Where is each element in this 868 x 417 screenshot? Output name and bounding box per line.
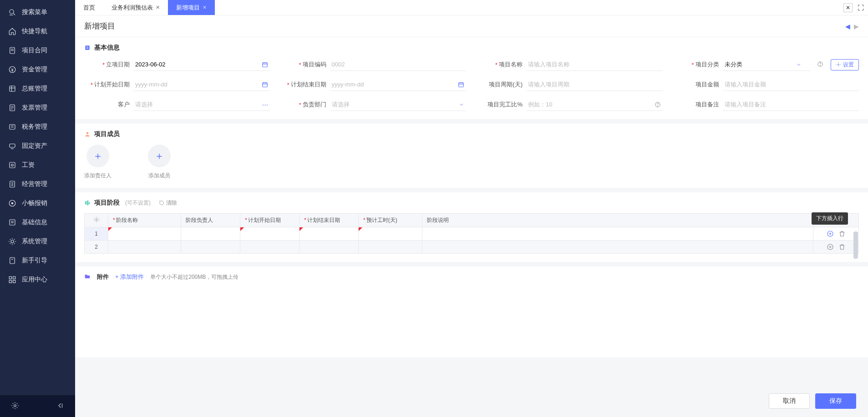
sidebar-item-tax[interactable]: 税务管理 — [0, 117, 75, 136]
panel-basic: 基本信息 *立项日期 *项目编码 *项目名称 — [75, 37, 868, 119]
svg-point-0 — [10, 10, 14, 14]
cell-end[interactable] — [299, 241, 359, 254]
guide-icon — [8, 256, 16, 265]
sidebar-item-contract[interactable]: 项目合同 — [0, 41, 75, 60]
sidebar-item-search[interactable]: 搜索菜单 — [0, 3, 75, 22]
add-attachment-link[interactable]: + 添加附件 — [115, 273, 144, 281]
collapse-icon[interactable] — [56, 402, 64, 411]
sidebar-item-apps[interactable]: 应用中心 — [0, 270, 75, 289]
sidebar-item-baseinfo[interactable]: 基础信息 — [0, 213, 75, 232]
cell-start[interactable] — [240, 227, 299, 241]
next-arrow-icon[interactable]: ▶ — [854, 23, 859, 30]
calendar-icon[interactable] — [458, 81, 464, 88]
ledger-icon — [8, 85, 16, 93]
dept-select[interactable]: 请选择 — [330, 98, 467, 111]
amount-input[interactable] — [723, 78, 859, 91]
help-icon[interactable] — [817, 61, 823, 69]
table-row[interactable]: 1 — [85, 227, 859, 241]
plan-start-input[interactable] — [133, 78, 270, 91]
svg-rect-55 — [89, 202, 90, 204]
cell-name[interactable] — [108, 241, 181, 254]
cell-owner[interactable] — [181, 227, 240, 241]
field-label: 项目编码 — [303, 60, 326, 69]
period-input[interactable] — [526, 78, 663, 91]
sidebar-item-label: 项目合同 — [22, 46, 47, 55]
svg-rect-27 — [13, 276, 15, 279]
tab-close-all[interactable]: ✕ — [843, 3, 853, 12]
cell-hours[interactable] — [359, 227, 422, 241]
biz-icon — [8, 180, 16, 188]
add-owner-button[interactable]: ＋ — [86, 145, 109, 167]
add-member-button[interactable]: ＋ — [148, 145, 171, 167]
cell-desc[interactable] — [422, 241, 813, 254]
stage-icon — [84, 200, 91, 206]
delete-row-icon[interactable] — [838, 230, 846, 237]
invoice-icon — [8, 104, 16, 112]
main: 首页 业务利润预估表✕ 新增项目✕ ✕ ⛶ 新增项目 ◀ ▶ — [75, 0, 868, 417]
calendar-icon[interactable] — [262, 61, 268, 68]
expand-icon[interactable]: ⛶ — [856, 3, 865, 12]
section-title: 项目成员 — [94, 130, 120, 138]
svg-point-51 — [657, 106, 658, 106]
field-plan-end: *计划结束日期 — [281, 78, 467, 91]
plan-end-input[interactable] — [330, 78, 467, 91]
sidebar-item-biz[interactable]: 经营管理 — [0, 175, 75, 194]
tab-new-project[interactable]: 新增项目✕ — [168, 0, 215, 15]
sidebar-item-funds[interactable]: 资金管理 — [0, 60, 75, 79]
sidebar-item-reimburse[interactable]: 小畅报销 — [0, 194, 75, 213]
svg-point-52 — [86, 132, 89, 134]
close-icon[interactable]: ✕ — [203, 5, 207, 10]
save-button[interactable]: 保存 — [815, 393, 856, 409]
insert-row-icon[interactable] — [827, 230, 834, 237]
reimburse-icon — [8, 199, 16, 207]
scrollbar[interactable] — [853, 231, 858, 259]
setting-button[interactable]: 设置 — [831, 59, 859, 70]
field-category: *项目分类 未分类 设置 — [674, 58, 859, 71]
sidebar-item-label: 固定资产 — [22, 142, 47, 150]
cell-name[interactable] — [108, 227, 181, 241]
cell-end[interactable] — [299, 227, 359, 241]
code-input[interactable] — [330, 58, 467, 71]
field-period: 项目周期(天) — [477, 78, 663, 91]
sidebar-item-guide[interactable]: 新手引导 — [0, 251, 75, 270]
chevron-down-icon[interactable] — [796, 62, 802, 67]
gear-icon[interactable] — [11, 402, 19, 411]
field-remark: 项目备注 — [674, 98, 859, 111]
insert-row-icon[interactable] — [827, 243, 834, 251]
sidebar-item-ledger[interactable]: 总账管理 — [0, 79, 75, 98]
asset-icon — [8, 142, 16, 150]
sidebar-item-label: 新手引导 — [22, 256, 47, 265]
col-setting[interactable] — [85, 214, 108, 227]
person-icon — [84, 131, 91, 137]
sidebar-item-label: 搜索菜单 — [22, 8, 47, 16]
name-input[interactable] — [526, 58, 663, 71]
cell-owner[interactable] — [181, 241, 240, 254]
sidebar-item-assets[interactable]: 固定资产 — [0, 136, 75, 156]
complete-pct-input[interactable] — [526, 98, 663, 111]
remark-input[interactable] — [723, 98, 859, 111]
delete-row-icon[interactable] — [838, 243, 846, 251]
sidebar-item-invoice[interactable]: 发票管理 — [0, 98, 75, 117]
customer-select[interactable]: 请选择 — [133, 98, 270, 111]
svg-point-30 — [14, 404, 16, 407]
chevron-down-icon[interactable] — [459, 102, 464, 107]
clear-button[interactable]: 清除 — [159, 199, 177, 207]
tab-profit-est[interactable]: 业务利润预估表✕ — [103, 0, 168, 15]
cancel-button[interactable]: 取消 — [769, 393, 810, 409]
cell-start[interactable] — [240, 241, 299, 254]
tab-home[interactable]: 首页 — [75, 0, 103, 15]
calendar-icon[interactable] — [262, 81, 268, 88]
sidebar-item-quicknav[interactable]: 快捷导航 — [0, 22, 75, 41]
more-icon[interactable]: ⋯ — [262, 101, 268, 108]
sidebar-item-wage[interactable]: 工资 — [0, 156, 75, 175]
close-icon[interactable]: ✕ — [156, 5, 160, 10]
col-hours: *预计工时(天) — [359, 214, 422, 227]
cell-desc[interactable] — [422, 227, 813, 241]
table-row[interactable]: 2 — [85, 241, 859, 254]
help-icon[interactable] — [655, 101, 661, 108]
create-date-input[interactable] — [133, 58, 270, 71]
sidebar-item-system[interactable]: 系统管理 — [0, 232, 75, 251]
prev-arrow-icon[interactable]: ◀ — [845, 23, 850, 30]
tab-label: 首页 — [83, 4, 95, 12]
cell-hours[interactable] — [359, 241, 422, 254]
